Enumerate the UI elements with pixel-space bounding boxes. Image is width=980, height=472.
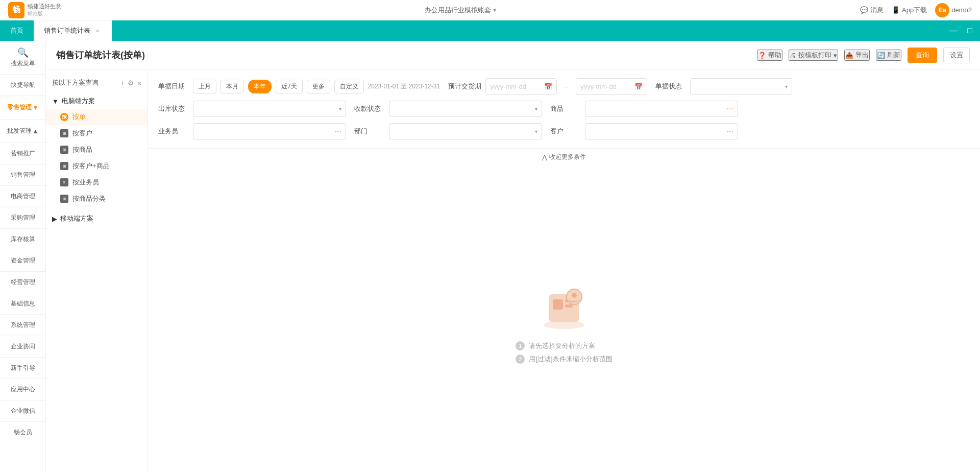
page-header: 销售订单统计表(按单) ❓ 帮助 🖨 按模板打印 ▾ 📤 导出 🔄 刷新 <box>46 41 980 70</box>
scheme-add-icon[interactable]: + <box>120 79 125 87</box>
export-label: 导出 <box>855 51 869 60</box>
sidebar-item-retail[interactable]: 零售管理 ▼ <box>0 96 45 120</box>
enterprise-label: 企业协同 <box>0 342 45 351</box>
sidebar: 🔍 搜索菜单 快捷导航 零售管理 ▼ 批发管理 ▲ 营销推广 销售管理 电商管理… <box>0 41 46 472</box>
user-area[interactable]: Ea demo2 <box>935 3 972 17</box>
tab-close-icon[interactable]: × <box>93 27 102 35</box>
filter-row-1: 单据日期 上月 本月 本年 近7天 更多 自定义 2023-01-01 至 20… <box>158 78 970 95</box>
scheme-label-按客户: 按客户 <box>72 129 92 138</box>
scheme-item-按商品分类[interactable]: ⊞ 按商品分类 <box>46 191 148 207</box>
sidebar-item-system[interactable]: 系统管理 <box>0 315 45 336</box>
filter-field-payment-status: 收款状态 ▾ <box>354 101 542 117</box>
customer-select[interactable]: ··· <box>585 123 738 139</box>
tab-maximize-icon[interactable]: □ <box>964 25 976 37</box>
date-prev-month-btn[interactable]: 上月 <box>193 80 216 93</box>
refresh-button[interactable]: 🔄 刷新 <box>876 50 901 61</box>
main-content: 按以下方案查询 + ⚙ « ▼ 电脑端方案 按 按单 <box>46 70 980 472</box>
bill-status-select[interactable]: ▾ <box>690 78 792 95</box>
tab-home[interactable]: 首页 <box>0 20 34 41</box>
date-7days-btn[interactable]: 近7天 <box>276 80 303 93</box>
tab-home-label: 首页 <box>10 26 23 35</box>
scheme-item-按商品[interactable]: ⊞ 按商品 <box>46 141 148 158</box>
help-button[interactable]: ❓ 帮助 <box>757 50 782 61</box>
sidebar-item-sales[interactable]: 销售管理 <box>0 164 45 186</box>
scheme-group-mobile-title[interactable]: ▶ 移动端方案 <box>46 211 148 226</box>
search-button[interactable]: 查询 <box>908 48 937 63</box>
template-print-button[interactable]: 🖨 按模板打印 ▾ <box>789 50 838 61</box>
sidebar-item-member[interactable]: 畅会员 <box>0 422 45 443</box>
operations-label: 经营管理 <box>0 278 45 287</box>
filter-row-2: 出库状态 ▾ 收款状态 ▾ <box>158 101 970 117</box>
wechat-label: 企业微信 <box>0 407 45 415</box>
sidebar-item-enterprise[interactable]: 企业协同 <box>0 336 45 358</box>
scheme-icon-grid-1: ⊞ <box>60 129 68 137</box>
scheme-collapse-icon[interactable]: « <box>137 79 141 87</box>
sidebar-item-newuser[interactable]: 新手引导 <box>0 358 45 379</box>
tab-minimize-icon[interactable]: — <box>947 25 960 37</box>
sidebar-item-operations[interactable]: 经营管理 <box>0 272 45 293</box>
scheme-item-按客户商品[interactable]: ⊞ 按客户+商品 <box>46 158 148 174</box>
date-custom-btn[interactable]: 自定义 <box>334 80 364 93</box>
app-download-button[interactable]: 📱 App下载 <box>892 6 927 15</box>
app-download-icon: 📱 <box>892 6 900 14</box>
salesperson-dots: ··· <box>335 127 341 136</box>
logo-sub: 标准版 <box>28 10 61 17</box>
ship-status-dropdown-icon: ▾ <box>339 106 341 112</box>
delivery-date-to[interactable]: yyyy-mm-dd 📅 <box>576 78 647 95</box>
scheme-group-desktop-title[interactable]: ▼ 电脑端方案 <box>46 93 148 109</box>
scheme-header-actions: + ⚙ « <box>120 79 141 87</box>
basic-label: 基础信息 <box>0 299 45 308</box>
sidebar-item-appcenter[interactable]: 应用中心 <box>0 379 45 400</box>
date-this-year-btn[interactable]: 本年 <box>248 80 272 93</box>
filter-field-department: 部门 ▾ <box>354 123 542 139</box>
sidebar-item-wechat[interactable]: 企业微信 <box>0 400 45 422</box>
date-more-btn[interactable]: 更多 <box>307 80 330 93</box>
scheme-item-按客户[interactable]: ⊞ 按客户 <box>46 125 148 141</box>
refresh-icon: 🔄 <box>877 52 885 59</box>
settings-button[interactable]: 设置 <box>943 47 970 63</box>
scheme-label-按单: 按单 <box>72 112 86 122</box>
collapse-button[interactable]: ⋀ 收起更多条件 <box>542 153 586 161</box>
date-this-month-btn[interactable]: 本月 <box>220 80 244 93</box>
payment-status-select[interactable]: ▾ <box>389 101 542 117</box>
hint-num-2: 2 <box>516 355 525 364</box>
message-label: 消息 <box>870 6 884 15</box>
sidebar-item-wholesale[interactable]: 批发管理 ▲ <box>0 120 45 143</box>
sidebar-item-purchase[interactable]: 采购管理 <box>0 207 45 229</box>
sidebar-search-label: 搜索菜单 <box>0 59 45 68</box>
tab-sales-order[interactable]: 销售订单统计表 × <box>34 20 112 41</box>
logo-icon: 畅 <box>8 2 24 18</box>
sidebar-item-basic[interactable]: 基础信息 <box>0 293 45 315</box>
department-select[interactable]: ▾ <box>389 123 542 139</box>
export-button[interactable]: 📤 导出 <box>844 50 870 61</box>
ship-status-select[interactable]: ▾ <box>193 101 346 117</box>
sidebar-item-marketing[interactable]: 营销推广 <box>0 143 45 164</box>
delivery-date-from[interactable]: yyyy-mm-dd 📅 <box>485 78 557 95</box>
scheme-group-desktop-label: 电脑端方案 <box>62 97 95 106</box>
delivery-to-placeholder: yyyy-mm-dd <box>580 83 617 90</box>
avatar: Ea <box>935 3 949 17</box>
bill-status-label: 单据状态 <box>655 82 686 91</box>
right-panel: 单据日期 上月 本月 本年 近7天 更多 自定义 2023-01-01 至 20… <box>148 70 980 472</box>
empty-svg-icon <box>533 274 595 335</box>
goods-select[interactable]: ··· <box>585 101 738 117</box>
scheme-settings-icon[interactable]: ⚙ <box>128 79 134 87</box>
top-bar-left: 畅 畅捷通好生意 标准版 <box>8 2 61 18</box>
tab-bar-actions: — □ <box>947 25 976 37</box>
scheme-item-按业务员[interactable]: ≡ 按业务员 <box>46 174 148 191</box>
sidebar-item-quicknav[interactable]: 快捷导航 <box>0 75 45 96</box>
sidebar-item-finance[interactable]: 资金管理 <box>0 250 45 272</box>
tab-bar: 首页 销售订单统计表 × — □ <box>0 20 980 41</box>
sidebar-item-search[interactable]: 🔍 搜索菜单 <box>0 41 45 75</box>
message-button[interactable]: 💬 消息 <box>860 6 884 15</box>
top-bar-right: 💬 消息 📱 App下载 Ea demo2 <box>860 3 972 17</box>
scheme-group-mobile-arrow-icon: ▶ <box>52 215 57 223</box>
salesperson-select[interactable]: ··· <box>193 123 346 139</box>
dropdown-arrow-icon[interactable]: ▾ <box>493 6 497 14</box>
department-label: 部门 <box>354 127 385 136</box>
sidebar-item-ecommerce[interactable]: 电商管理 <box>0 186 45 207</box>
delivery-calendar-icon-1: 📅 <box>544 83 552 90</box>
scheme-item-按单[interactable]: 按 按单 <box>46 109 148 125</box>
sidebar-item-inventory[interactable]: 库存核算 <box>0 229 45 250</box>
svg-rect-2 <box>553 299 563 310</box>
